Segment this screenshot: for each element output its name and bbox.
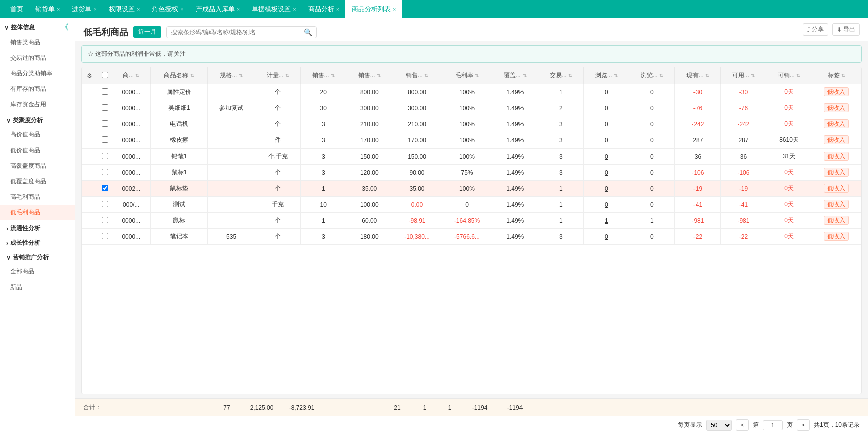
row-coverage: 1.49%	[492, 197, 538, 213]
sidebar-group-marketing[interactable]: ∨ 营销推广分析	[0, 249, 75, 264]
nav-role-auth[interactable]: 角色授权 ×	[146, 0, 189, 18]
nav-product-analysis-list[interactable]: 商品分析列表 ×	[345, 0, 402, 18]
row-view1[interactable]: 1	[584, 213, 629, 229]
row-transaction: 1	[538, 84, 584, 100]
col-header-current-stock[interactable]: 现有... ⇅	[675, 67, 721, 84]
sidebar-collapse-button[interactable]: 《	[59, 22, 71, 33]
nav-template-settings[interactable]: 单据模板设置 ×	[246, 0, 302, 18]
row-select-checkbox[interactable]	[102, 233, 108, 239]
row-select-checkbox[interactable]	[102, 153, 108, 159]
col-header-sale-price[interactable]: 销售... ⇅	[346, 67, 392, 84]
row-checkbox[interactable]	[98, 181, 112, 197]
row-select-checkbox[interactable]	[102, 169, 108, 175]
row-checkbox[interactable]	[98, 165, 112, 181]
row-view1[interactable]: 0	[584, 84, 629, 100]
tag-badge: 低收入	[824, 200, 849, 209]
close-icon[interactable]: ×	[393, 6, 396, 12]
col-header-transaction[interactable]: 交易... ⇅	[538, 67, 584, 84]
sidebar-item-all-goods[interactable]: 全部商品	[0, 264, 75, 279]
row-checkbox[interactable]	[98, 116, 112, 132]
row-select-checkbox[interactable]	[102, 88, 108, 95]
row-view1[interactable]: 0	[584, 149, 629, 165]
row-select-checkbox[interactable]	[102, 201, 108, 207]
col-header-code[interactable]: 商... ⇅	[112, 67, 151, 84]
select-all-checkbox[interactable]	[102, 72, 108, 78]
col-header-unit[interactable]: 计量... ⇅	[255, 67, 301, 84]
sidebar-group-growth[interactable]: › 成长性分析	[0, 235, 75, 249]
checkbox-col-header[interactable]	[98, 67, 112, 84]
sidebar-item-low-coverage[interactable]: 低覆盖度商品	[0, 174, 75, 189]
share-button[interactable]: ⤴ 分享	[803, 23, 828, 36]
row-view1[interactable]: 0	[584, 197, 629, 213]
sidebar-item-sales-goods[interactable]: 销售类商品	[0, 35, 75, 50]
row-view1[interactable]: 0	[584, 181, 629, 197]
nav-purchase-order[interactable]: 进货单 ×	[66, 0, 102, 18]
row-view1[interactable]: 0	[584, 229, 629, 245]
close-icon[interactable]: ×	[336, 6, 339, 12]
row-select-checkbox[interactable]	[102, 217, 108, 223]
row-select-checkbox[interactable]	[102, 185, 108, 191]
col-header-view1[interactable]: 浏览... ⇅	[584, 67, 629, 84]
close-icon[interactable]: ×	[57, 6, 60, 12]
close-icon[interactable]: ×	[93, 6, 96, 12]
nav-product-analysis[interactable]: 商品分析 ×	[302, 0, 345, 18]
sidebar-item-high-coverage[interactable]: 高覆盖度商品	[0, 158, 75, 174]
col-header-tag[interactable]: 标签 ⇅	[812, 67, 861, 84]
prev-page-button[interactable]: ＜	[736, 419, 749, 431]
page-number-input[interactable]	[763, 420, 783, 430]
close-icon[interactable]: ×	[137, 6, 140, 12]
col-header-spec[interactable]: 规格... ⇅	[207, 67, 255, 84]
nav-permission[interactable]: 权限设置 ×	[103, 0, 146, 18]
col-header-name[interactable]: 商品名称 ⇅	[151, 67, 208, 84]
search-input[interactable]	[171, 29, 304, 36]
tag-badge: 低收入	[824, 168, 849, 177]
export-button[interactable]: ⬇ 导出	[832, 23, 860, 36]
nav-sales-order[interactable]: 销货单 ×	[29, 0, 66, 18]
table-row: 000/... 测试 千克 10 100.00 0.00 0 1.49% 1 0…	[82, 197, 861, 213]
sidebar-group-circulation[interactable]: › 流通性分析	[0, 220, 75, 235]
row-select-checkbox[interactable]	[102, 136, 108, 143]
sidebar-item-category-rate[interactable]: 商品分类助销率	[0, 66, 75, 81]
row-name: 吴细细1	[151, 100, 208, 116]
next-page-button[interactable]: ＞	[797, 419, 810, 431]
col-header-sale-qty[interactable]: 销售... ⇅	[301, 67, 346, 84]
sidebar-group-overall[interactable]: ∨ 整体信息	[4, 23, 35, 32]
row-select-checkbox[interactable]	[102, 104, 108, 111]
row-view1[interactable]: 0	[584, 132, 629, 149]
close-icon[interactable]: ×	[237, 6, 240, 12]
row-settings	[82, 100, 98, 116]
sidebar-item-low-margin[interactable]: 低毛利商品	[0, 205, 75, 220]
sidebar-group-cluster[interactable]: ∨ 类聚度分析	[0, 112, 75, 127]
sidebar-item-stock-capital[interactable]: 库存资金占用	[0, 97, 75, 112]
sidebar-item-high-margin[interactable]: 高毛利商品	[0, 189, 75, 205]
close-icon[interactable]: ×	[180, 6, 183, 12]
sidebar-item-low-value[interactable]: 低价值商品	[0, 142, 75, 158]
nav-home[interactable]: 首页	[4, 0, 29, 18]
sidebar-item-high-value[interactable]: 高价值商品	[0, 127, 75, 142]
col-header-available[interactable]: 可用... ⇅	[721, 67, 766, 84]
row-checkbox[interactable]	[98, 100, 112, 116]
row-checkbox[interactable]	[98, 132, 112, 149]
close-icon[interactable]: ×	[293, 6, 296, 12]
nav-product-inbound[interactable]: 产成品入库单 ×	[190, 0, 246, 18]
row-view1[interactable]: 0	[584, 100, 629, 116]
row-checkbox[interactable]	[98, 229, 112, 245]
row-view1[interactable]: 0	[584, 116, 629, 132]
row-checkbox[interactable]	[98, 149, 112, 165]
row-checkbox[interactable]	[98, 197, 112, 213]
sidebar-item-traded-goods[interactable]: 交易过的商品	[0, 50, 75, 66]
sidebar-item-new-goods[interactable]: 新品	[0, 279, 75, 295]
col-header-gross-margin[interactable]: 毛利率 ⇅	[442, 67, 492, 84]
row-view1[interactable]: 0	[584, 165, 629, 181]
sidebar-item-stocked-goods[interactable]: 有库存的商品	[0, 81, 75, 97]
col-header-view2[interactable]: 浏览... ⇅	[629, 67, 675, 84]
row-checkbox[interactable]	[98, 84, 112, 100]
row-select-checkbox[interactable]	[102, 120, 108, 127]
time-filter-button[interactable]: 近一月	[133, 26, 161, 38]
col-header-coverage[interactable]: 覆盖... ⇅	[492, 67, 538, 84]
settings-col-header[interactable]: ⚙	[82, 67, 98, 84]
col-header-saleable[interactable]: 可销... ⇅	[766, 67, 812, 84]
col-header-sale-profit[interactable]: 销售... ⇅	[392, 67, 442, 84]
row-checkbox[interactable]	[98, 213, 112, 229]
page-size-select[interactable]: 50 100 200	[706, 420, 732, 431]
